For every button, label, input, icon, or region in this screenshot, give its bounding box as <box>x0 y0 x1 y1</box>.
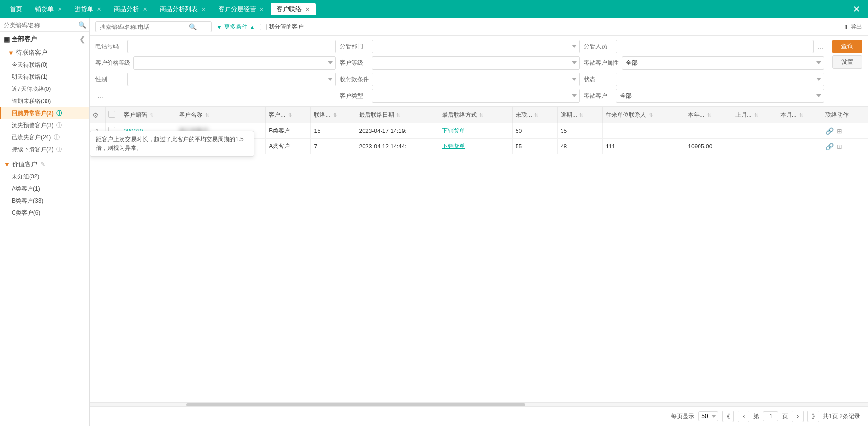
nav-tab-sales[interactable]: 销货单 ✕ <box>29 3 68 15</box>
close-sales-tab-icon[interactable]: ✕ <box>58 6 62 12</box>
sort-overdue-icon[interactable]: ⇅ <box>579 112 583 118</box>
sidebar-all-customers-header[interactable]: ▣ 全部客户 ❮ <box>0 32 89 46</box>
nav-tab-product-analysis-list[interactable]: 商品分析列表 ✕ <box>154 3 212 15</box>
sidebar-collapse-icon[interactable]: ❮ <box>79 35 85 43</box>
sidebar-value-customer-group[interactable]: ▼ 价值客户 ✎ <box>0 158 89 171</box>
manager-input[interactable] <box>616 40 814 53</box>
more-action-icon-2[interactable]: ⊞ <box>837 143 842 150</box>
close-customer-contact-tab-icon[interactable]: ✕ <box>305 6 310 12</box>
my-customers-checkbox[interactable] <box>260 24 267 30</box>
sidebar-item-tomorrow-contact[interactable]: 明天待联络(1) <box>0 71 89 83</box>
nav-tab-purchase[interactable]: 进货单 ✕ <box>69 3 107 15</box>
action-icons-1: 🔗 ⊞ <box>825 127 865 135</box>
close-customer-tier-tab-icon[interactable]: ✕ <box>259 6 264 12</box>
price-level-select[interactable] <box>133 56 336 70</box>
row-uncontacted-2: 55 <box>512 139 557 154</box>
export-button[interactable]: ⬆ 导出 <box>844 23 862 31</box>
page-size-select[interactable]: 50 <box>698 411 718 421</box>
row-uncontacted-1: 50 <box>512 123 557 139</box>
col-last-month: 上月... ⇅ <box>732 107 777 123</box>
page-number-input[interactable] <box>763 411 778 421</box>
sidebar-item-7day-contact[interactable]: 近7天待联络(0) <box>0 83 89 95</box>
filter-row-4: … 客户类型 零散客户 全部 <box>95 89 824 103</box>
sidebar-item-churn-warning[interactable]: 流失预警客户(3) ⓘ <box>0 119 89 132</box>
retail-customer-select[interactable]: 全部 <box>616 89 824 103</box>
horizontal-scrollbar[interactable] <box>90 402 868 406</box>
sort-name-icon[interactable]: ⇅ <box>205 112 209 118</box>
customer-level-select[interactable] <box>372 56 580 70</box>
sidebar-item-declining[interactable]: 持续下滑客户(2) ⓘ <box>0 144 89 156</box>
first-page-button[interactable]: ⟪ <box>722 411 734 422</box>
close-all-tabs-button[interactable]: ✕ <box>849 4 864 15</box>
col-contact-count: 联络... ⇅ <box>311 107 356 123</box>
sidebar-item-ungrouped[interactable]: 未分组(32) <box>0 171 89 183</box>
scrollbar-thumb[interactable] <box>186 403 525 406</box>
sidebar-item-class-c[interactable]: C类客户(6) <box>0 207 89 219</box>
prev-page-button[interactable]: ‹ <box>738 411 749 422</box>
sort-last-month-icon[interactable]: ⇅ <box>754 112 758 118</box>
settings-button[interactable]: 设置 <box>832 55 862 69</box>
edit-value-group-icon[interactable]: ✎ <box>40 161 45 168</box>
more-conditions-button[interactable]: ▼ 更多条件 ▲ <box>216 23 255 31</box>
manager-field: 分管人员 … <box>584 40 824 53</box>
filter-search-icon[interactable]: 🔍 <box>189 23 197 30</box>
customer-type-select[interactable] <box>372 89 580 103</box>
sidebar-item-class-a[interactable]: A类客户(1) <box>0 183 89 195</box>
select-all-checkbox[interactable] <box>108 111 115 118</box>
sidebar-item-today-contact[interactable]: 今天待联络(0) <box>0 59 89 71</box>
sort-type-icon[interactable]: ⇅ <box>288 112 292 118</box>
sort-this-year-icon[interactable]: ⇅ <box>707 112 711 118</box>
close-purchase-tab-icon[interactable]: ✕ <box>97 6 101 12</box>
sidebar-group-pending-contact[interactable]: ▼ 待联络客户 <box>0 46 89 59</box>
chevron-up-icon: ▲ <box>249 24 255 30</box>
nav-tab-home[interactable]: 首页 <box>4 3 28 15</box>
sort-last-method-icon[interactable]: ⇅ <box>479 112 483 118</box>
filter-search-input[interactable] <box>100 24 187 30</box>
last-method-link-1[interactable]: 下销货单 <box>442 127 465 134</box>
more-filter-button[interactable]: … <box>95 92 105 99</box>
retail-attr-select[interactable]: 全部 <box>622 56 824 70</box>
status-select[interactable] <box>616 73 824 86</box>
phone-input[interactable] <box>127 40 336 53</box>
query-button[interactable]: 查询 <box>832 40 862 53</box>
sort-contact-person-icon[interactable]: ⇅ <box>649 112 653 118</box>
sidebar-item-overdue-contact[interactable]: 逾期未联络(30) <box>0 95 89 107</box>
close-product-analysis-tab-icon[interactable]: ✕ <box>143 6 147 12</box>
sidebar-item-churned[interactable]: 已流失客户(24) ⓘ <box>0 132 89 144</box>
sort-this-month-icon[interactable]: ⇅ <box>799 112 803 118</box>
nav-tab-product-analysis[interactable]: 商品分析 ✕ <box>108 3 153 15</box>
pagination-bar: 每页显示 50 ⟪ ‹ 第 页 › ⟫ 共1页 2条记录 <box>90 406 868 426</box>
total-records-label: 共1页 2条记录 <box>823 412 860 421</box>
info-icon-churned: ⓘ <box>54 134 60 141</box>
nav-tab-customer-contact[interactable]: 客户联络 ✕ <box>271 3 316 15</box>
contact-action-icon-2[interactable]: 🔗 <box>825 143 834 150</box>
contact-action-icon-1[interactable]: 🔗 <box>825 127 834 135</box>
row-overdue-2: 48 <box>557 139 602 154</box>
nav-tab-customer-tier[interactable]: 客户分层经营 ✕ <box>213 3 270 15</box>
more-btn-field: … <box>95 92 336 99</box>
sidebar-item-class-b[interactable]: B类客户(33) <box>0 195 89 207</box>
close-product-analysis-list-tab-icon[interactable]: ✕ <box>201 6 206 12</box>
manager-more-icon[interactable]: … <box>817 42 824 51</box>
last-method-link-2[interactable]: 下销货单 <box>442 143 465 149</box>
customer-level-field: 客户等级 <box>340 56 580 70</box>
sidebar-item-repurchase-anomaly[interactable]: 回购异常客户(2) ⓘ <box>0 107 89 119</box>
sort-last-date-icon[interactable]: ⇅ <box>396 112 400 118</box>
next-page-button[interactable]: › <box>792 411 804 422</box>
more-action-icon-1[interactable]: ⊞ <box>837 127 842 135</box>
my-customers-checkbox-wrapper[interactable]: 我分管的客户 <box>260 23 304 31</box>
sidebar-search-icon[interactable]: 🔍 <box>78 21 86 29</box>
top-nav: 首页 销货单 ✕ 进货单 ✕ 商品分析 ✕ 商品分析列表 ✕ 客户分层经营 ✕ … <box>0 0 868 18</box>
row-last-month-1 <box>732 123 777 139</box>
sort-code-icon[interactable]: ⇅ <box>150 112 153 118</box>
dept-select[interactable] <box>372 40 580 53</box>
gender-select[interactable] <box>127 73 336 86</box>
tooltip-box: 距客户上次交易时长，超过了此客户的平均交易周期的1.5倍，则视为异常。 <box>90 131 254 157</box>
sort-uncontacted-icon[interactable]: ⇅ <box>534 112 538 118</box>
sort-contact-icon[interactable]: ⇅ <box>333 112 337 118</box>
table-settings-icon[interactable]: ⚙ <box>92 111 99 119</box>
advanced-filter: 电话号码 分管部门 分管人员 … <box>90 36 868 107</box>
payment-select[interactable] <box>372 73 580 86</box>
last-page-button[interactable]: ⟫ <box>807 411 819 422</box>
sidebar-search-input[interactable] <box>4 22 76 29</box>
